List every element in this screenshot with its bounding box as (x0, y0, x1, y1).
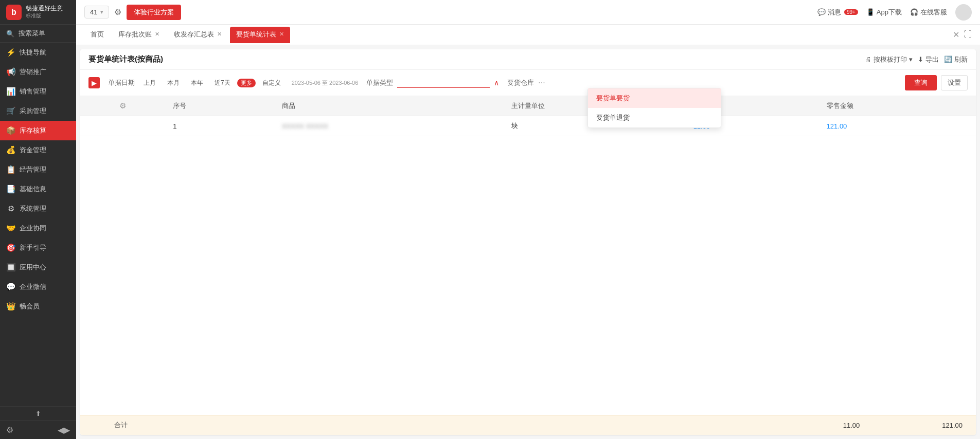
tab-label-batch-account: 库存批次账 (118, 30, 152, 39)
sidebar-item-operation[interactable]: 📋经营管理 (0, 160, 76, 179)
topbar: 41 ▾ ⚙ 体验行业方案 💬 消息 99+ 📱 App下载 🎧 在线客服 (76, 0, 980, 25)
sidebar-item-marketing[interactable]: 📢营销推广 (0, 62, 76, 82)
tab-home[interactable]: 首页 (84, 27, 110, 43)
page-actions: 🖨 按模板打印 ▾ ⬇ 导出 🔄 刷新 (865, 55, 968, 64)
sidebar-item-member[interactable]: 👑畅会员 (0, 297, 76, 316)
message-badge: 99+ (844, 9, 858, 15)
table-container: ⚙ 序号 商品 主计量单位 主数量 零售金额 1 XXXXX XXXX (80, 96, 976, 415)
service-icon: 🎧 (910, 8, 918, 16)
topbar-app-download[interactable]: 📱 App下载 (866, 8, 902, 17)
brand-text: 畅捷通好生意 标准版 (26, 5, 63, 20)
query-btn[interactable]: 查询 (905, 75, 937, 90)
sidebar-item-wechat[interactable]: 💬企业微信 (0, 277, 76, 297)
collapse-icon[interactable]: ◀▶ (58, 425, 70, 435)
inventory-icon: 📦 (6, 126, 15, 135)
setting-btn[interactable]: 设置 (941, 75, 968, 90)
main-content: 41 ▾ ⚙ 体验行业方案 💬 消息 99+ 📱 App下载 🎧 在线客服 (76, 0, 980, 439)
tab-label-home: 首页 (91, 30, 104, 39)
sidebar-item-guide[interactable]: 🎯新手引导 (0, 238, 76, 258)
filter-date-section: 单据日期 上月 本月 本年 近7天 更多 自定义 2023-05-06 至 20… (108, 77, 358, 89)
tab-expand-icon[interactable]: ⛶ (964, 30, 972, 40)
sidebar-item-label: 应用中心 (20, 263, 46, 272)
sidebar-item-enterprise[interactable]: 🤝企业协同 (0, 218, 76, 238)
tab-close-all-icon[interactable]: ✕ (953, 30, 959, 40)
sidebar-item-label: 采购管理 (20, 106, 46, 116)
filter-date-more[interactable]: 更多 (237, 79, 256, 87)
sidebar-item-finance[interactable]: 💰资金管理 (0, 140, 76, 160)
sidebar-item-sales[interactable]: 📊销售管理 (0, 82, 76, 101)
product-name: XXXXX XXXXX (282, 122, 328, 130)
system-icon: ⚙ (6, 204, 15, 213)
chevron-up-icon: ⬆ (35, 410, 41, 417)
filter-actions: 查询 设置 (905, 75, 968, 90)
topbar-gear-icon[interactable]: ⚙ (114, 7, 121, 17)
page-content: 要货单统计表(按商品) 🖨 按模板打印 ▾ ⬇ 导出 🔄 刷新 ▶ (80, 49, 976, 435)
sidebar-item-purchase[interactable]: 🛒采购管理 (0, 101, 76, 121)
tab-close-requisition-stats[interactable]: ✕ (279, 31, 284, 38)
store-selector[interactable]: 41 ▾ (84, 6, 109, 19)
member-icon: 👑 (6, 302, 15, 311)
row-product: XXXXX XXXXX (274, 116, 503, 136)
sales-icon: 📊 (6, 87, 15, 96)
topbar-message[interactable]: 💬 消息 99+ (817, 8, 858, 17)
sidebar-item-inventory[interactable]: 📦库存核算 (0, 121, 76, 140)
store-name: 41 (90, 8, 97, 16)
refresh-btn[interactable]: 🔄 刷新 (944, 55, 968, 64)
marketing-icon: 📢 (6, 67, 15, 77)
type-input[interactable] (397, 78, 490, 88)
filter-expand-btn[interactable]: ▶ (88, 77, 100, 88)
sidebar-item-quick-nav[interactable]: ⚡快捷导航 (0, 43, 76, 62)
col-amount: 零售金额 (818, 96, 976, 116)
filter-date-range: 2023-05-06 至 2023-06-06 (292, 79, 359, 87)
topbar-service[interactable]: 🎧 在线客服 (910, 8, 947, 17)
tab-requisition-stats[interactable]: 要货单统计表 ✕ (230, 27, 290, 43)
filter-date-this-year[interactable]: 本年 (186, 77, 208, 89)
user-avatar[interactable] (955, 4, 972, 21)
dropdown-item-requisition[interactable]: 要货单要货 (588, 88, 721, 108)
filter-type-section: 单据类型 ∧ 要货单要货 要货单退货 (366, 78, 499, 88)
tab-receive-summary[interactable]: 收发存汇总表 ✕ (168, 27, 228, 43)
settings-icon[interactable]: ⚙ (6, 425, 13, 435)
tab-batch-account[interactable]: 库存批次账 ✕ (112, 27, 166, 43)
type-dropdown: 要货单要货 要货单退货 (587, 88, 721, 128)
tab-label-requisition-stats: 要货单统计表 (236, 30, 276, 39)
sidebar-collapse-btn[interactable]: ⬆ (0, 406, 76, 420)
quick-nav-icon: ⚡ (6, 48, 15, 57)
filter-date-custom[interactable]: 自定义 (258, 77, 286, 89)
dropdown-item-return[interactable]: 要货单退货 (588, 108, 721, 127)
export-btn[interactable]: ⬇ 导出 (918, 55, 939, 64)
tabbar: 首页库存批次账 ✕收发存汇总表 ✕要货单统计表 ✕ ✕ ⛶ (76, 25, 980, 45)
sidebar-item-system[interactable]: ⚙系统管理 (0, 199, 76, 218)
filter-date-prev-month[interactable]: 上月 (139, 77, 161, 89)
sidebar-item-label: 企业协同 (20, 224, 46, 233)
print-arrow-icon: ▾ (909, 56, 913, 63)
footer-label: 合计 (114, 420, 128, 430)
app-icon: 📱 (866, 8, 875, 16)
row-amount[interactable]: 121.00 (818, 116, 976, 136)
app-center-icon: 🔲 (6, 263, 15, 272)
col-gear: ⚙ (80, 96, 165, 116)
warehouse-more-icon[interactable]: ··· (538, 78, 545, 87)
sidebar-item-basic[interactable]: 📑基础信息 (0, 179, 76, 199)
type-arrow-icon[interactable]: ∧ (494, 79, 499, 87)
sidebar-item-label: 快捷导航 (20, 48, 46, 57)
wechat-icon: 💬 (6, 282, 15, 291)
footer-quantity: 11.00 (843, 422, 860, 429)
sidebar-item-label: 畅会员 (20, 302, 40, 311)
print-btn[interactable]: 🖨 按模板打印 ▾ (865, 55, 913, 64)
tab-close-receive-summary[interactable]: ✕ (217, 31, 222, 38)
column-settings-icon[interactable]: ⚙ (119, 101, 126, 110)
sidebar-item-app-center[interactable]: 🔲应用中心 (0, 258, 76, 277)
data-table: ⚙ 序号 商品 主计量单位 主数量 零售金额 1 XXXXX XXXX (80, 96, 976, 136)
filter-bar: ▶ 单据日期 上月 本月 本年 近7天 更多 自定义 2023-05-06 至 … (80, 70, 976, 96)
trial-btn[interactable]: 体验行业方案 (127, 5, 181, 20)
type-label: 单据类型 (366, 78, 393, 87)
filter-date-this-month[interactable]: 本月 (163, 77, 184, 89)
page-title: 要货单统计表(按商品) (88, 54, 163, 64)
date-label: 单据日期 (108, 78, 135, 87)
sidebar-item-label: 销售管理 (20, 87, 46, 96)
filter-date-7days[interactable]: 近7天 (210, 77, 235, 89)
footer-values: 11.00 121.00 (843, 422, 968, 429)
sidebar-search[interactable]: 🔍 搜索菜单 (0, 25, 76, 43)
tab-close-batch-account[interactable]: ✕ (155, 31, 159, 38)
